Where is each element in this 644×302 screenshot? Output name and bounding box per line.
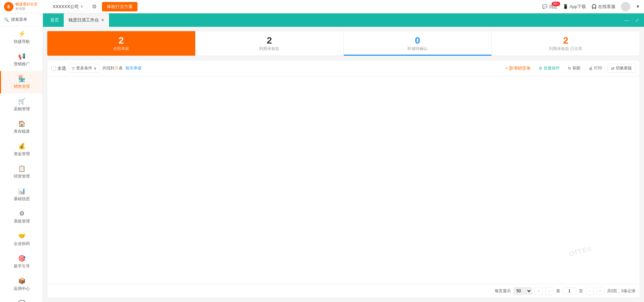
marketing-icon: 📢 <box>18 53 25 60</box>
system-icon: ⚙ <box>19 210 24 217</box>
refresh-button[interactable]: ↻ 刷新 <box>565 64 583 72</box>
sidebar-item-inventory[interactable]: 🏠 库存核算 <box>0 116 43 138</box>
company-dropdown-icon: ▼ <box>80 5 84 8</box>
cooperation-icon: 🤝 <box>18 232 25 240</box>
card-label-overdue-shipped: 到期未收款 已出库 <box>549 46 582 52</box>
last-page-button[interactable]: » <box>596 287 604 295</box>
add-sales-order-button[interactable]: + 新增销货单 <box>502 64 533 73</box>
user-avatar[interactable] <box>621 2 630 11</box>
inventory-icon: 🏠 <box>18 120 25 127</box>
card-num-overdue: 2 <box>267 35 272 46</box>
search-icon: 🔍 <box>4 17 9 22</box>
sidebar-item-operation[interactable]: 📋 经营管理 <box>0 161 43 183</box>
tab-close-icon[interactable]: ✕ <box>101 18 104 22</box>
quick-nav-icon: ⚡ <box>18 30 25 38</box>
pagination: 每页显示 20 50 100 200 « ‹ 第 页 › » 共0页，0条记录 <box>47 284 640 298</box>
summary-card-pending[interactable]: 0 旺铺待确认 <box>344 31 492 56</box>
print-icon: 🖨 <box>589 66 593 71</box>
print-button[interactable]: 🖨 打印 <box>586 64 605 72</box>
top-header: 6 畅捷通好生意 标准版 XXXXXX公司 ▼ ⚙ 体验行业方案 💬 消息 99… <box>0 0 644 13</box>
app-center-icon: 📦 <box>18 277 25 285</box>
switch-version-button[interactable]: ⇄ 切换新版 <box>607 64 636 73</box>
operation-icon: 📋 <box>18 165 25 172</box>
finance-icon: 💰 <box>18 142 25 150</box>
wechat-icon: 💬 <box>18 300 25 302</box>
tab-expand-button[interactable]: ⤢ <box>633 16 641 24</box>
card-underline-pending <box>344 55 492 56</box>
company-name: XXXXXX公司 <box>53 4 79 10</box>
table-container <box>47 76 640 284</box>
message-badge: 99+ <box>552 2 560 6</box>
header-right: 💬 消息 99+ 📱 App下载 🎧 在线客服 ▼ <box>542 2 640 11</box>
card-label-overdue: 到期未收款 <box>259 46 279 52</box>
summary-card-all[interactable]: 2 全部单据 <box>47 31 196 56</box>
settings-button[interactable]: ⚙ <box>89 2 99 12</box>
page-content: 2 全部单据 2 到期未收款 0 旺铺待确认 2 到期未收款 已出库 <box>43 27 644 302</box>
sidebar-item-finance[interactable]: 💰 资金管理 <box>0 138 43 161</box>
toolbar-right: + 新增销货单 ⚙ 批量操作 ↻ 刷新 🖨 打印 ⇄ 切换新版 <box>502 64 636 73</box>
sidebar-item-system[interactable]: ⚙ 系统管理 <box>0 206 43 228</box>
switch-icon: ⇄ <box>611 66 614 71</box>
tab-bar: 首页 钱货日清工作台 ✕ — ⤢ <box>43 13 644 27</box>
found-text: 共找到 0 条 <box>102 65 123 71</box>
card-label-pending: 旺铺待确认 <box>408 46 428 52</box>
batch-operation-button[interactable]: ⚙ 批量操作 <box>536 64 562 72</box>
settings-icon: ⚙ <box>92 3 97 10</box>
message-icon: 💬 <box>542 4 547 9</box>
sidebar-item-cooperation[interactable]: 🤝 企业协同 <box>0 228 43 251</box>
toolbar-left: 全选 ▽ 更多条件 ∨ 共找到 0 条 相关单据 <box>51 64 500 73</box>
tab-minimize-button[interactable]: — <box>623 16 631 24</box>
sidebar-item-marketing[interactable]: 📢 营销推广 <box>0 49 43 71</box>
first-page-button[interactable]: « <box>535 287 543 295</box>
logo-icon: 6 <box>4 2 13 11</box>
next-page-button[interactable]: › <box>586 287 594 295</box>
sidebar: 🔍 搜索菜单 ⚡ 快捷导航 📢 营销推广 🏪 销售管理 🛒 采购管理 🏠 库存核… <box>0 13 43 302</box>
search-menu-item[interactable]: 🔍 搜索菜单 <box>0 13 43 26</box>
checkbox-icon <box>51 66 56 71</box>
sidebar-item-basic-info[interactable]: 📊 基础信息 <box>0 183 43 206</box>
filter-dropdown-icon: ∨ <box>94 66 97 71</box>
sidebar-item-purchase[interactable]: 🛒 采购管理 <box>0 94 43 116</box>
user-menu[interactable]: ▼ <box>636 4 640 9</box>
sidebar-item-app-center[interactable]: 📦 应用中心 <box>0 273 43 296</box>
prev-page-button[interactable]: ‹ <box>545 287 553 295</box>
message-button[interactable]: 💬 消息 99+ <box>542 4 557 10</box>
total-records: 共0页，0条记录 <box>607 288 636 294</box>
sidebar-item-sales[interactable]: 🏪 销售管理 <box>0 71 43 94</box>
page-number-input[interactable] <box>563 288 576 294</box>
main-content: 首页 钱货日清工作台 ✕ — ⤢ 2 全部单据 2 到期未收款 0 旺铺待确认 <box>43 13 644 302</box>
related-link[interactable]: 相关单据 <box>125 65 142 71</box>
logo-sub: 标准版 <box>15 6 38 11</box>
sidebar-item-guide[interactable]: 🎯 新手引导 <box>0 251 43 273</box>
app-download-button[interactable]: 📱 App下载 <box>563 4 586 10</box>
user-arrow-icon: ▼ <box>636 4 640 9</box>
filter-icon: ▽ <box>72 66 75 71</box>
tab-workbench[interactable]: 钱货日清工作台 ✕ <box>64 13 109 27</box>
sales-icon: 🏪 <box>18 75 25 82</box>
app-download-icon: 📱 <box>563 4 568 9</box>
online-service-button[interactable]: 🎧 在线客服 <box>591 4 615 10</box>
company-selector[interactable]: XXXXXX公司 ▼ <box>50 2 87 11</box>
filter-button[interactable]: ▽ 更多条件 ∨ <box>69 64 100 73</box>
card-num-overdue-shipped: 2 <box>563 35 569 46</box>
refresh-icon: ↻ <box>568 66 571 71</box>
sidebar-item-quick-nav[interactable]: ⚡ 快捷导航 <box>0 26 43 49</box>
logo-area: 6 畅捷通好生意 标准版 <box>4 2 47 11</box>
experience-button[interactable]: 体验行业方案 <box>102 2 138 11</box>
select-all-checkbox[interactable]: 全选 <box>51 65 66 71</box>
batch-icon: ⚙ <box>539 66 542 71</box>
service-icon: 🎧 <box>591 4 597 9</box>
per-page-select[interactable]: 20 50 100 200 <box>514 287 532 295</box>
summary-card-overdue-shipped[interactable]: 2 到期未收款 已出库 <box>492 31 640 56</box>
guide-icon: 🎯 <box>18 255 25 262</box>
card-num-pending: 0 <box>415 35 420 46</box>
card-num-all: 2 <box>119 35 124 46</box>
summary-card-overdue[interactable]: 2 到期未收款 <box>196 31 344 56</box>
logo-text: 畅捷通好生意 <box>15 2 38 6</box>
basic-info-icon: 📊 <box>18 187 25 195</box>
card-underline-overdue <box>196 55 343 56</box>
purchase-icon: 🛒 <box>18 98 25 105</box>
toolbar: 全选 ▽ 更多条件 ∨ 共找到 0 条 相关单据 + 新增销货单 ⚙ 批 <box>47 60 640 76</box>
sidebar-item-wechat[interactable]: 💬 企业微信 <box>0 296 43 302</box>
tab-home[interactable]: 首页 <box>46 13 64 27</box>
